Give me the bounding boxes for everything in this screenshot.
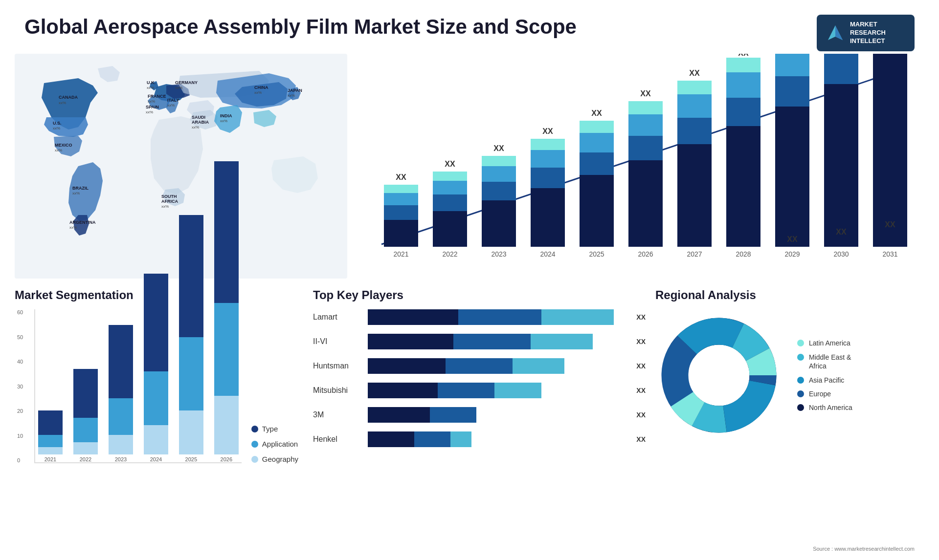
svg-rect-73 [824,54,858,84]
svg-text:xx%: xx% [167,103,175,108]
latin-america-dot [797,340,804,346]
europe-label: Europe [809,390,831,398]
svg-rect-27 [433,194,467,211]
legend-latin-america: Latin America [797,339,852,347]
svg-rect-20 [384,220,418,247]
svg-rect-47 [580,121,614,133]
svg-text:XX: XX [591,109,602,117]
svg-text:xx%: xx% [69,225,77,230]
player-iivi-bar [368,334,626,349]
svg-rect-46 [580,133,614,152]
player-huntsman: Huntsman XX [313,358,646,374]
bar-2021: XX 2021 [384,173,418,258]
svg-text:xx%: xx% [147,86,154,90]
player-henkel-name: Henkel [313,435,362,444]
seg-year-2021: 2021 [45,456,56,462]
svg-text:2025: 2025 [589,250,604,258]
bar-2024: XX 2024 [531,127,565,258]
svg-rect-33 [482,182,516,200]
player-lamart-name: Lamart [313,313,362,322]
uk-label: U.K. [147,80,156,85]
player-iivi-name: II-VI [313,337,362,346]
spain-label: SPAIN [146,105,159,109]
svg-rect-69 [775,76,809,107]
player-ii-vi: II-VI XX [313,334,646,349]
player-mitsubishi-bar [368,383,626,398]
svg-text:XX: XX [542,127,553,135]
japan-label: JAPAN [288,88,302,93]
players-section: Top Key Players Lamart XX II-VI XX Hunts… [313,288,646,523]
type-dot [251,426,258,432]
svg-rect-62 [726,126,760,247]
donut-chart [655,312,782,439]
logo-text: MARKET RESEARCH INTELLECT [850,21,886,45]
svg-rect-29 [433,172,467,181]
player-mitsubishi-value: XX [636,387,646,394]
page-header: Global Aerospace Assembly Film Market Si… [0,0,939,61]
svg-rect-70 [775,54,809,76]
player-henkel: Henkel XX [313,431,646,447]
svg-text:xx%: xx% [175,86,182,90]
argentina-label: ARGENTINA [69,220,96,225]
bar-2027: XX 2027 [677,69,712,258]
application-dot [251,441,258,448]
regional-title: Regional Analysis [655,288,924,302]
segmentation-legend: Type Application Geography [251,425,298,475]
svg-rect-26 [433,211,467,247]
svg-rect-58 [677,94,712,118]
svg-text:xx%: xx% [220,119,227,123]
svg-rect-35 [482,156,516,166]
svg-rect-40 [531,150,565,168]
svg-rect-72 [824,84,858,247]
svg-text:xx%: xx% [161,204,169,209]
svg-rect-53 [628,101,663,114]
middle-east-africa-dot [797,354,804,361]
geography-dot [251,456,258,463]
south-africa-label: SOUTH [161,194,177,199]
seg-bar-2021-type [38,410,63,435]
regional-section: Regional Analysis Latin America Middle E… [655,288,924,523]
page-title: Global Aerospace Assembly Film Market Si… [24,15,577,39]
seg-bar-2021-app [38,435,63,447]
svg-text:2027: 2027 [687,250,702,258]
player-3m-value: XX [636,411,646,419]
svg-rect-34 [482,166,516,182]
brazil-label: BRAZIL [72,186,89,191]
italy-label: ITALY [167,98,179,103]
svg-rect-64 [726,72,760,98]
player-henkel-bar [368,431,626,447]
asia-pacific-dot [797,377,804,384]
players-title: Top Key Players [313,288,646,302]
svg-text:2026: 2026 [638,250,653,258]
svg-text:xx%: xx% [254,90,262,95]
svg-rect-41 [531,139,565,150]
svg-rect-32 [482,200,516,247]
france-label: FRANCE [148,94,166,99]
svg-rect-75 [873,54,907,247]
player-henkel-value: XX [636,435,646,443]
legend-north-america: North America [797,404,852,411]
svg-rect-22 [384,193,418,205]
bar-2026: XX 2026 [628,89,663,258]
svg-text:AFRICA: AFRICA [161,199,178,204]
svg-rect-63 [726,98,760,126]
north-america-label: North America [809,404,852,411]
player-huntsman-name: Huntsman [313,362,362,370]
svg-rect-23 [384,185,418,193]
china-label: CHINA [254,85,268,90]
svg-text:2024: 2024 [540,250,555,258]
svg-text:XX: XX [493,144,504,152]
svg-text:2028: 2028 [736,250,751,258]
player-3m-bar [368,407,626,423]
svg-text:XX: XX [787,235,798,243]
svg-rect-52 [628,114,663,136]
saudi-label: SAUDI [192,115,205,120]
player-iivi-value: XX [636,338,646,345]
legend-asia-pacific: Asia Pacific [797,376,852,384]
bar-chart-section: XX 2021 XX 2022 XX 2023 XX 20 [357,54,915,279]
seg-bar-2021-geo [38,447,63,454]
svg-rect-51 [628,136,663,160]
bar-2028: XX 2028 [726,54,760,258]
europe-dot [797,390,804,397]
svg-rect-38 [531,188,565,247]
